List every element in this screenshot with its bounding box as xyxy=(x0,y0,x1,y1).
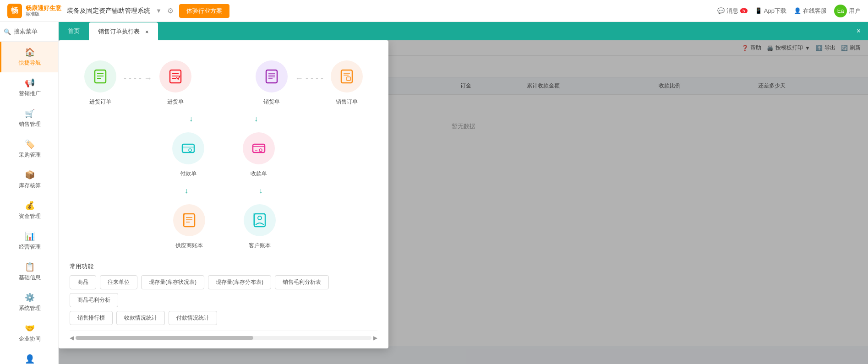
purchase-icon: 🏷️ xyxy=(25,139,35,149)
arrow-down-sale: ↓ xyxy=(240,115,272,123)
receipt-bill-label: 收款单 xyxy=(251,170,267,178)
sidebar-item-system[interactable]: ⚙️ 系统管理 xyxy=(0,287,58,318)
sidebar-item-inventory[interactable]: 📦 库存核算 xyxy=(0,164,58,195)
purchase-bill-label: 进货单 xyxy=(167,98,184,106)
arrow-down-payment: ↓ xyxy=(170,187,202,195)
tab-home-label: 首页 xyxy=(68,27,80,35)
supplier-account-icon xyxy=(173,204,205,236)
sidebar-item-sales[interactable]: 🛒 销售管理 xyxy=(0,103,58,134)
sidebar-label-finance: 资金管理 xyxy=(19,212,41,220)
flow-node-purchase-order[interactable]: 进货订单 xyxy=(79,55,122,111)
flow-node-sale-order[interactable]: 销售订单 xyxy=(325,55,368,111)
page-content: ❓ 帮助 🖨️ 按模板打印 ▼ ⬆️ 导出 🔄 刷新 xyxy=(59,40,868,364)
svg-rect-16 xyxy=(182,147,194,148)
header-left: 畅 畅康通好生意 标准版 装备及固定资产辅助管理系统 ▼ ⚙ 体验行业方案 xyxy=(7,4,229,18)
scroll-left-icon[interactable]: ◀ xyxy=(70,335,74,341)
flow-node-sale-bill[interactable]: 销货单 xyxy=(250,55,293,111)
sp4-0 xyxy=(79,187,111,195)
logo-sub: 标准版 xyxy=(26,11,61,17)
sidebar-label-inventory: 库存核算 xyxy=(19,182,41,190)
sidebar-label-sales: 销售管理 xyxy=(19,120,41,128)
phone-icon: 📱 xyxy=(755,7,762,14)
system-select-icon[interactable]: ▼ xyxy=(156,7,162,14)
purchase-order-icon xyxy=(84,60,116,92)
cf-btn-product[interactable]: 商品 xyxy=(70,275,96,289)
message-item[interactable]: 💬 消息 5 xyxy=(717,7,748,15)
scroll-right-icon[interactable]: ▶ xyxy=(373,335,377,341)
app-download-item[interactable]: 📱 App下载 xyxy=(755,7,786,15)
sale-order-label: 销售订单 xyxy=(336,98,358,106)
page-close-button[interactable]: × xyxy=(849,27,868,35)
service-icon: 👤 xyxy=(794,7,801,14)
sidebar-label-system: 系统管理 xyxy=(19,304,41,312)
system-name: 装备及固定资产辅助管理系统 xyxy=(67,7,150,15)
trial-button[interactable]: 体验行业方案 xyxy=(179,4,229,18)
cf-btn-receipt-stats[interactable]: 收款情况统计 xyxy=(116,311,165,325)
scrollbar-track[interactable] xyxy=(76,336,371,340)
common-functions-title: 常用功能 xyxy=(70,262,377,271)
flow-node-purchase-bill[interactable]: 进货单 xyxy=(154,55,197,111)
sales-icon: 🛒 xyxy=(25,109,35,119)
svg-rect-22 xyxy=(184,214,195,227)
sidebar-item-quick-nav[interactable]: 🏠 快捷导航 xyxy=(0,42,58,72)
flow-row-arrows: ↓ ↓ xyxy=(70,115,377,123)
purchase-bill-icon xyxy=(159,60,191,92)
cf-btn-counterpart[interactable]: 往来单位 xyxy=(100,275,137,289)
purchase-order-label: 进货订单 xyxy=(89,98,111,106)
arrow-sale-order-to-bill: ← - - - - xyxy=(293,74,325,92)
sidebar-item-newbie[interactable]: 👤 新手引导 xyxy=(0,348,58,364)
sidebar-item-finance[interactable]: 💰 资金管理 xyxy=(0,195,58,226)
sp4-2 xyxy=(202,187,245,195)
cf-btn-sales-rank[interactable]: 销售排行榜 xyxy=(70,311,113,325)
flow-row-1: 进货订单 - - - - → 进货单 xyxy=(70,51,377,115)
tab-bar: 首页 销售订单执行表 × × xyxy=(59,22,868,40)
top-header: 畅 畅康通好生意 标准版 装备及固定资产辅助管理系统 ▼ ⚙ 体验行业方案 💬 … xyxy=(0,0,868,22)
flow-node-customer-account[interactable]: 客户账本 xyxy=(238,199,281,255)
customer-account-label: 客户账本 xyxy=(249,242,271,250)
logo-text: 畅康通好生意 标准版 xyxy=(26,5,61,17)
sidebar-item-enterprise[interactable]: 🤝 企业协同 xyxy=(0,318,58,348)
logo-main: 畅康通好生意 xyxy=(26,5,61,12)
tab-close-icon[interactable]: × xyxy=(145,28,149,35)
flow-modal: 进货订单 - - - - → 进货单 xyxy=(59,40,388,348)
sidebar-label-operation: 经营管理 xyxy=(19,243,41,251)
receipt-bill-icon xyxy=(243,132,275,164)
message-icon: 💬 xyxy=(717,7,725,14)
common-functions-buttons: 商品 往来单位 现存量(库存状况表) 现存量(库存分布表) 销售毛利分析表 商品… xyxy=(70,275,377,307)
cf-btn-inventory-dist[interactable]: 现存量(库存分布表) xyxy=(208,275,271,289)
tab-sales-order-exec[interactable]: 销售订单执行表 × xyxy=(89,22,158,41)
svg-point-20 xyxy=(259,149,262,152)
cf-btn-product-profit[interactable]: 商品毛利分析 xyxy=(70,293,118,307)
flow-node-supplier-account[interactable]: 供应商账本 xyxy=(168,199,211,255)
customer-account-icon xyxy=(244,204,276,236)
basic-info-icon: 📋 xyxy=(25,262,35,272)
settings-icon[interactable]: ⚙ xyxy=(167,6,174,15)
sale-order-icon xyxy=(331,60,363,92)
system-icon: ⚙️ xyxy=(25,293,35,303)
cf-btn-payment-stats[interactable]: 付款情况统计 xyxy=(169,311,217,325)
sale-bill-icon xyxy=(256,60,288,92)
online-service-item[interactable]: 👤 在线客服 xyxy=(794,7,827,15)
header-right: 💬 消息 5 📱 App下载 👤 在线客服 Ea 用户 xyxy=(717,5,861,17)
sidebar-search[interactable]: 🔍 搜索菜单 xyxy=(0,22,58,42)
sidebar-item-marketing[interactable]: 📢 营销推广 xyxy=(0,72,58,103)
svg-rect-11 xyxy=(341,70,352,83)
cf-btn-sales-profit[interactable]: 销售毛利分析表 xyxy=(275,275,329,289)
main-area: 🔍 搜索菜单 🏠 快捷导航 📢 营销推广 🛒 销售管理 🏷️ 采购管理 📦 xyxy=(0,22,868,364)
app-download-label: App下载 xyxy=(764,7,786,15)
sidebar-item-purchase[interactable]: 🏷️ 采购管理 xyxy=(0,134,58,164)
user-item[interactable]: Ea 用户 xyxy=(834,5,861,17)
tab-home[interactable]: 首页 xyxy=(59,22,89,40)
modal-scrollbar: ◀ ▶ xyxy=(70,331,377,341)
sidebar-item-operation[interactable]: 📊 经营管理 xyxy=(0,226,58,256)
sidebar-item-basic-info[interactable]: 📋 基础信息 xyxy=(0,256,58,287)
flow-node-payment-bill[interactable]: 付款单 xyxy=(167,127,210,183)
operation-icon: 📊 xyxy=(25,231,35,241)
flow-node-receipt-bill[interactable]: 收款单 xyxy=(237,127,280,183)
common-functions: 常用功能 商品 往来单位 现存量(库存状况表) 现存量(库存分布表) 销售毛利分… xyxy=(70,262,377,325)
enterprise-icon: 🤝 xyxy=(25,323,35,333)
newbie-icon: 👤 xyxy=(25,354,35,364)
home-icon: 🏠 xyxy=(25,47,35,57)
cf-btn-inventory-status[interactable]: 现存量(库存状况表) xyxy=(141,275,204,289)
supplier-account-label: 供应商账本 xyxy=(175,242,203,250)
